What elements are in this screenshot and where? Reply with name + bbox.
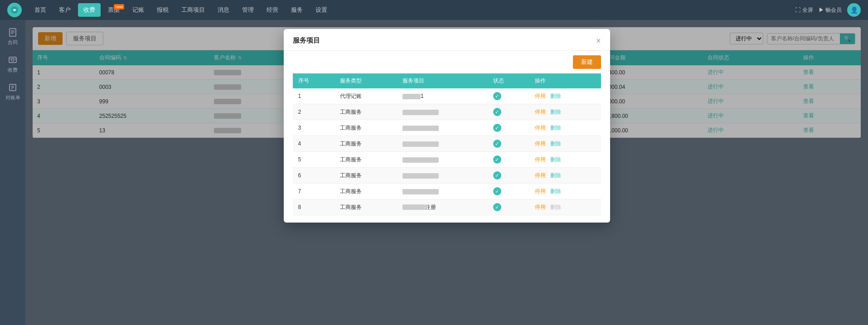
modal-cell-action[interactable]: 停用 删除 bbox=[529, 199, 601, 215]
contract-icon bbox=[8, 27, 18, 37]
stop-button[interactable]: 停用 bbox=[535, 188, 546, 194]
modal-header: 服务项目 × bbox=[284, 29, 610, 51]
sidebar-item-fee[interactable]: 收费 bbox=[1, 51, 24, 77]
modal-table-row: 6 工商服务 ✓ 停用 删除 bbox=[293, 168, 601, 184]
modal-cell-type: 工商服务 bbox=[335, 168, 397, 184]
modal-cell-type: 工商服务 bbox=[335, 136, 397, 152]
app-logo bbox=[7, 3, 22, 17]
modal-cell-seq: 1 bbox=[293, 88, 335, 104]
modal-cell-item bbox=[397, 120, 488, 136]
nav-business[interactable]: 工商项目 bbox=[176, 3, 210, 17]
nav-fees[interactable]: 收费 bbox=[78, 3, 101, 17]
modal-cell-seq: 6 bbox=[293, 168, 335, 184]
modal-cell-seq: 8 bbox=[293, 199, 335, 215]
modal-col-type: 服务类型 bbox=[335, 73, 397, 88]
delete-button[interactable]: 删除 bbox=[550, 141, 561, 147]
modal-cell-item bbox=[397, 184, 488, 199]
modal-cell-action[interactable]: 停用 删除 bbox=[529, 120, 601, 136]
stop-button[interactable]: 停用 bbox=[535, 172, 546, 179]
modal-cell-item bbox=[397, 152, 488, 168]
nav-settings[interactable]: 设置 bbox=[310, 3, 333, 17]
new-badge: new bbox=[114, 4, 124, 10]
nav-message[interactable]: 消息 bbox=[212, 3, 235, 17]
modal-cell-action[interactable]: 停用 删除 bbox=[529, 88, 601, 104]
member-btn[interactable]: ▶ 畅会员 bbox=[819, 6, 842, 14]
nav-manage[interactable]: 管理 bbox=[237, 3, 259, 17]
modal-cell-action[interactable]: 停用 删除 bbox=[529, 152, 601, 168]
modal-body[interactable]: 序号 服务类型 服务项目 状态 操作 1 代理记账 1 ✓ 停用 bbox=[284, 73, 610, 223]
status-check-icon: ✓ bbox=[493, 108, 501, 116]
modal-cell-status: ✓ bbox=[488, 168, 529, 184]
sidebar-label-fee: 收费 bbox=[8, 67, 18, 73]
nav-service[interactable]: 服务 bbox=[286, 3, 308, 17]
fee-icon bbox=[8, 55, 18, 65]
modal-table-row: 4 工商服务 ✓ 停用 删除 bbox=[293, 136, 601, 152]
fullscreen-btn[interactable]: ⛶ 全屏 bbox=[795, 6, 813, 14]
delete-button[interactable]: 删除 bbox=[550, 172, 561, 179]
modal-cell-type: 工商服务 bbox=[335, 120, 397, 136]
modal-cell-type: 工商服务 bbox=[335, 184, 397, 199]
modal-close-button[interactable]: × bbox=[596, 37, 601, 45]
modal-col-item: 服务项目 bbox=[397, 73, 488, 88]
modal-cell-type: 代理记账 bbox=[335, 88, 397, 104]
delete-button[interactable]: 删除 bbox=[550, 93, 561, 99]
sidebar-label-contract: 合同 bbox=[8, 39, 18, 46]
modal-overlay: 服务项目 × 新建 序号 服务类型 服务项目 状态 bbox=[25, 20, 868, 325]
status-check-icon: ✓ bbox=[493, 171, 501, 179]
status-check-icon: ✓ bbox=[493, 187, 501, 195]
delete-button[interactable]: 删除 bbox=[550, 109, 561, 115]
delete-button[interactable]: 删除 bbox=[550, 204, 561, 210]
sidebar-item-contract[interactable]: 合同 bbox=[1, 24, 24, 49]
modal-table-row: 8 工商服务 注册 ✓ 停用 删除 bbox=[293, 199, 601, 215]
top-navigation: 首页 客户 收费 票据 new 记账 报税 工商项目 消息 管理 经营 服务 设… bbox=[0, 0, 868, 20]
modal-cell-item bbox=[397, 104, 488, 120]
nav-customer[interactable]: 客户 bbox=[53, 3, 76, 17]
nav-menu: 首页 客户 收费 票据 new 记账 报税 工商项目 消息 管理 经营 服务 设… bbox=[29, 3, 795, 17]
modal-cell-seq: 4 bbox=[293, 136, 335, 152]
modal-table-row: 2 工商服务 ✓ 停用 删除 bbox=[293, 104, 601, 120]
modal-cell-seq: 2 bbox=[293, 104, 335, 120]
modal-cell-item: 1 bbox=[397, 88, 488, 104]
stop-button[interactable]: 停用 bbox=[535, 125, 546, 131]
stop-button[interactable]: 停用 bbox=[535, 204, 546, 210]
modal-table-row: 5 工商服务 ✓ 停用 删除 bbox=[293, 152, 601, 168]
left-sidebar: 合同 收费 对账单 bbox=[0, 20, 25, 325]
modal-cell-type: 工商服务 bbox=[335, 104, 397, 120]
nav-bookkeeping[interactable]: 记账 bbox=[127, 3, 150, 17]
modal-col-action: 操作 bbox=[529, 73, 601, 88]
modal-cell-status: ✓ bbox=[488, 120, 529, 136]
delete-button[interactable]: 删除 bbox=[550, 188, 561, 194]
modal-cell-action[interactable]: 停用 删除 bbox=[529, 184, 601, 199]
modal-cell-status: ✓ bbox=[488, 136, 529, 152]
stop-button[interactable]: 停用 bbox=[535, 109, 546, 115]
new-service-button[interactable]: 新建 bbox=[573, 55, 601, 69]
modal-table-row: 7 工商服务 ✓ 停用 删除 bbox=[293, 184, 601, 199]
stop-button[interactable]: 停用 bbox=[535, 156, 546, 163]
modal-cell-item bbox=[397, 136, 488, 152]
avatar[interactable]: 👤 bbox=[847, 3, 861, 17]
modal-cell-type: 工商服务 bbox=[335, 199, 397, 215]
modal-col-status: 状态 bbox=[488, 73, 529, 88]
delete-button[interactable]: 删除 bbox=[550, 125, 561, 131]
modal-col-seq: 序号 bbox=[293, 73, 335, 88]
status-check-icon: ✓ bbox=[493, 124, 501, 132]
nav-invoice[interactable]: 票据 new bbox=[102, 3, 125, 17]
modal-cell-action[interactable]: 停用 删除 bbox=[529, 136, 601, 152]
stop-button[interactable]: 停用 bbox=[535, 141, 546, 147]
main-layout: 合同 收费 对账单 bbox=[0, 20, 868, 325]
status-check-icon: ✓ bbox=[493, 203, 501, 211]
modal-cell-status: ✓ bbox=[488, 152, 529, 168]
stop-button[interactable]: 停用 bbox=[535, 93, 546, 99]
modal-cell-action[interactable]: 停用 删除 bbox=[529, 104, 601, 120]
svg-rect-5 bbox=[9, 57, 16, 63]
nav-tax[interactable]: 报税 bbox=[151, 3, 174, 17]
sidebar-item-statement[interactable]: 对账单 bbox=[1, 79, 24, 105]
nav-right: ⛶ 全屏 ▶ 畅会员 👤 bbox=[795, 3, 861, 17]
nav-home[interactable]: 首页 bbox=[29, 3, 52, 17]
modal-cell-status: ✓ bbox=[488, 104, 529, 120]
nav-operation[interactable]: 经营 bbox=[261, 3, 284, 17]
modal-table-row: 1 代理记账 1 ✓ 停用 删除 bbox=[293, 88, 601, 104]
modal-cell-action[interactable]: 停用 删除 bbox=[529, 168, 601, 184]
delete-button[interactable]: 删除 bbox=[550, 156, 561, 163]
modal-cell-seq: 3 bbox=[293, 120, 335, 136]
